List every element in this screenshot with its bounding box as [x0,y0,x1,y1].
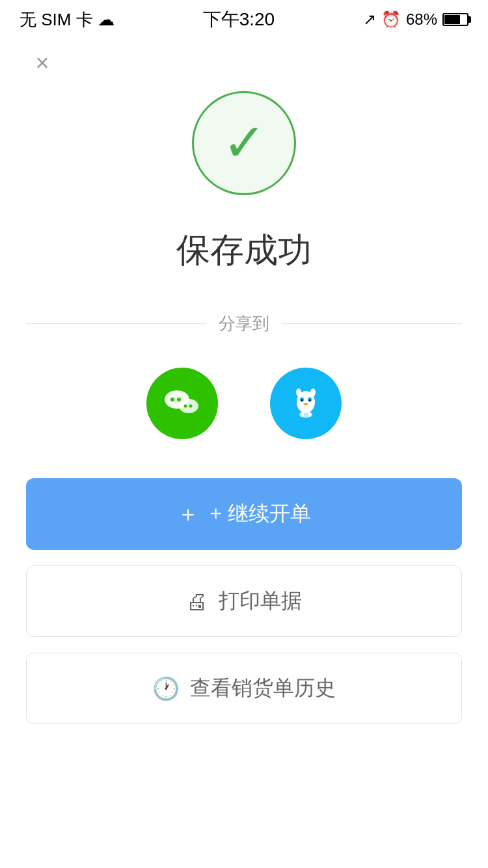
checkmark-icon: ✓ [223,117,266,169]
svg-point-4 [183,404,187,407]
svg-point-11 [304,403,308,405]
svg-point-2 [177,398,181,401]
divider-left [26,323,206,324]
svg-point-3 [179,399,198,413]
close-button[interactable]: × [26,47,59,79]
status-right: ↗ ⏰ 68% [363,10,468,29]
status-bar: 无 SIM 卡 ☁ 下午3:20 ↗ ⏰ 68% [0,0,488,39]
continue-button[interactable]: ＋ + 继续开单 [26,478,462,550]
wechat-share-button[interactable] [146,368,218,439]
print-label: 打印单据 [219,587,302,616]
battery-percent: 68% [406,10,437,29]
location-icon: ↗ [363,10,376,29]
history-label: 查看销货单历史 [190,674,336,703]
main-content: ✓ 保存成功 分享到 [0,39,488,724]
print-button[interactable]: 🖨 打印单据 [26,565,462,637]
battery-icon [442,13,468,26]
alarm-icon: ⏰ [381,10,401,29]
share-label: 分享到 [206,312,282,335]
status-time: 下午3:20 [203,7,275,32]
success-title: 保存成功 [176,228,312,273]
qq-icon [286,384,325,423]
svg-point-9 [301,400,303,401]
battery-fill [444,15,460,24]
svg-rect-15 [301,413,304,417]
share-divider: 分享到 [0,312,488,335]
svg-point-10 [309,400,311,401]
share-section: 分享到 [0,312,488,439]
plus-icon: ＋ [177,499,199,529]
history-icon: 🕐 [152,675,180,701]
svg-point-1 [170,398,174,401]
svg-rect-16 [308,413,311,417]
qq-share-button[interactable] [270,368,342,439]
share-icons [146,368,342,439]
print-icon: 🖨 [186,589,208,614]
continue-label: + 继续开单 [210,500,311,528]
svg-point-5 [189,404,192,407]
wechat-icon [161,383,204,425]
close-icon: × [35,51,49,75]
history-button[interactable]: 🕐 查看销货单历史 [26,653,462,724]
svg-point-13 [310,388,316,396]
status-left: 无 SIM 卡 ☁ [20,8,115,31]
sim-status: 无 SIM 卡 ☁ [20,8,115,31]
svg-point-12 [296,388,301,396]
success-circle: ✓ [192,91,296,195]
actions: ＋ + 继续开单 🖨 打印单据 🕐 查看销货单历史 [0,478,488,724]
divider-right [282,323,462,324]
